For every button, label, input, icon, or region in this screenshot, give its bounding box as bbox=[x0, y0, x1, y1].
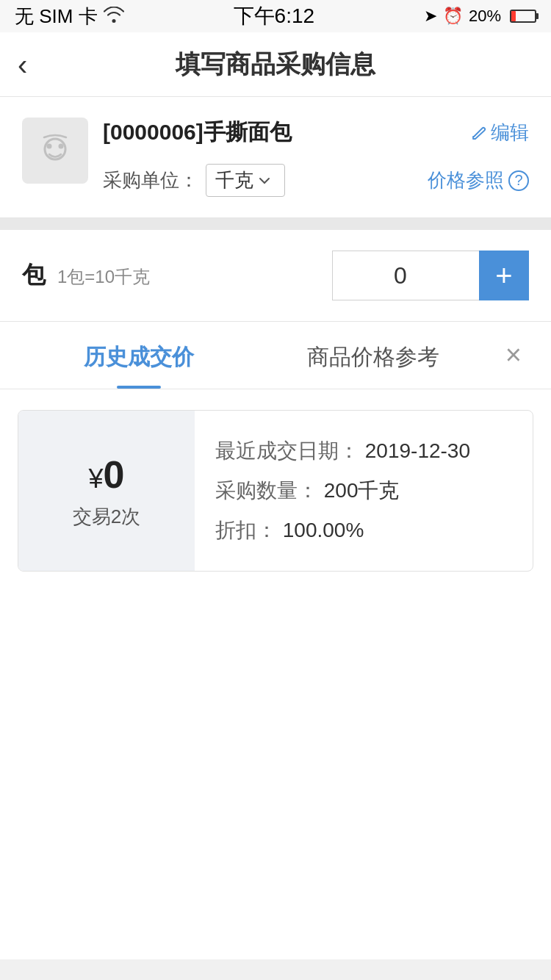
battery-pct: 20% bbox=[469, 7, 501, 26]
location-icon: ➤ bbox=[424, 7, 437, 26]
close-tabs-button[interactable]: × bbox=[498, 332, 529, 378]
history-card-left: ¥0 交易2次 bbox=[18, 411, 195, 571]
history-trades: 交易2次 bbox=[73, 504, 140, 530]
tab-active-indicator bbox=[117, 386, 161, 389]
product-card: [0000006]手撕面包 编辑 采购单位： 千克 价格参照 bbox=[0, 97, 551, 218]
price-value: 0 bbox=[104, 453, 125, 496]
tabs-header: 历史成交价 商品价格参考 × bbox=[0, 322, 551, 389]
history-content: ¥0 交易2次 最近成交日期： 2019-12-30 采购数量： 200千克 折… bbox=[0, 389, 551, 592]
discount-line: 折扣： 100.00% bbox=[215, 516, 512, 544]
tabs-section: 历史成交价 商品价格参考 × ¥0 交易2次 最近成交日期： 2019-12-3… bbox=[0, 322, 551, 592]
battery-icon bbox=[510, 10, 536, 23]
price-ref-button[interactable]: 价格参照 ? bbox=[428, 167, 529, 193]
recent-date-line: 最近成交日期： 2019-12-30 bbox=[215, 437, 512, 465]
purchase-unit-label: 采购单位： bbox=[103, 167, 198, 193]
wifi-icon bbox=[104, 5, 124, 28]
alarm-icon: ⏰ bbox=[443, 7, 463, 26]
yen-symbol: ¥ bbox=[89, 464, 104, 494]
discount-label: 折扣： bbox=[215, 519, 277, 541]
product-thumbnail bbox=[22, 118, 88, 184]
history-card-right: 最近成交日期： 2019-12-30 采购数量： 200千克 折扣： 100.0… bbox=[195, 411, 533, 571]
purchase-qty-value: 200千克 bbox=[324, 479, 400, 502]
purchase-unit-row: 采购单位： 千克 价格参照 ? bbox=[103, 164, 529, 197]
product-name: [0000006]手撕面包 bbox=[103, 118, 292, 148]
quantity-row: 包 1包=10千克 + bbox=[0, 230, 551, 322]
product-title-row: [0000006]手撕面包 编辑 bbox=[103, 118, 529, 148]
carrier-text: 无 SIM 卡 bbox=[15, 4, 98, 29]
bottom-fill bbox=[0, 592, 551, 959]
recent-date-value: 2019-12-30 bbox=[365, 439, 470, 462]
status-bar: 无 SIM 卡 下午6:12 ➤ ⏰ 20% bbox=[0, 0, 551, 32]
quantity-plus-button[interactable]: + bbox=[479, 251, 529, 300]
page-title: 填写商品采购信息 bbox=[176, 48, 375, 82]
quantity-input[interactable] bbox=[332, 251, 479, 300]
purchase-qty-label: 采购数量： bbox=[215, 479, 318, 502]
purchase-qty-line: 采购数量： 200千克 bbox=[215, 477, 512, 505]
quantity-equiv-label: 1包=10千克 bbox=[57, 265, 150, 289]
header: ‹ 填写商品采购信息 bbox=[0, 32, 551, 97]
svg-point-2 bbox=[59, 144, 64, 149]
section-divider bbox=[0, 218, 551, 230]
status-left: 无 SIM 卡 bbox=[15, 4, 124, 29]
product-info: [0000006]手撕面包 编辑 采购单位： 千克 价格参照 bbox=[103, 118, 529, 197]
discount-value: 100.00% bbox=[283, 519, 364, 541]
quantity-labels: 包 1包=10千克 bbox=[22, 259, 150, 292]
tab-price-ref[interactable]: 商品价格参考 bbox=[256, 322, 491, 389]
status-right: ➤ ⏰ 20% bbox=[424, 7, 536, 26]
edit-button[interactable]: 编辑 bbox=[472, 120, 529, 145]
recent-date-label: 最近成交日期： bbox=[215, 439, 359, 462]
help-icon: ? bbox=[508, 170, 529, 191]
unit-select[interactable]: 千克 bbox=[206, 164, 285, 197]
quantity-unit-label: 包 bbox=[22, 259, 46, 292]
svg-point-1 bbox=[47, 144, 52, 149]
history-card: ¥0 交易2次 最近成交日期： 2019-12-30 采购数量： 200千克 折… bbox=[18, 410, 533, 572]
time-display: 下午6:12 bbox=[234, 2, 315, 30]
history-price: ¥0 bbox=[89, 453, 125, 497]
quantity-input-group: + bbox=[332, 251, 529, 300]
back-button[interactable]: ‹ bbox=[18, 50, 27, 79]
tab-history-price[interactable]: 历史成交价 bbox=[22, 322, 256, 389]
